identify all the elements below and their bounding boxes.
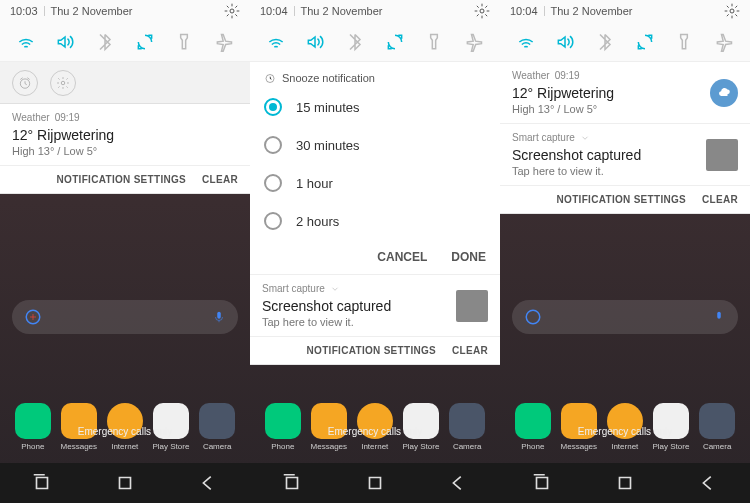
- recents-button[interactable]: [281, 472, 303, 494]
- home-button[interactable]: [114, 472, 136, 494]
- weather-notification[interactable]: Weather09:19 12° Rijpwetering High 13° /…: [500, 62, 750, 124]
- flashlight-toggle[interactable]: [421, 29, 447, 55]
- snooze-option[interactable]: 2 hours: [250, 202, 500, 240]
- chevron-down-icon[interactable]: [330, 284, 340, 294]
- mic-icon: [212, 310, 226, 324]
- recents-button[interactable]: [31, 472, 53, 494]
- clear-button[interactable]: CLEAR: [202, 174, 238, 185]
- navigation-bar: [500, 463, 750, 503]
- navigation-bar: [250, 463, 500, 503]
- status-time: 10:03: [10, 5, 38, 17]
- wifi-toggle[interactable]: [13, 29, 39, 55]
- navigation-bar: [0, 463, 250, 503]
- recents-button[interactable]: [531, 472, 553, 494]
- done-button[interactable]: DONE: [451, 250, 486, 264]
- clear-button[interactable]: CLEAR: [702, 194, 738, 205]
- weather-temp: 12° Rijpwetering: [12, 127, 238, 143]
- notification-settings-button[interactable]: NOTIFICATION SETTINGS: [57, 174, 186, 185]
- settings-icon[interactable]: [724, 3, 740, 19]
- notification-actions: [0, 62, 250, 104]
- settings-icon[interactable]: [474, 3, 490, 19]
- weather-icon: [710, 79, 738, 107]
- snooze-option[interactable]: 1 hour: [250, 164, 500, 202]
- quick-toggles: [0, 22, 250, 62]
- svg-rect-10: [717, 312, 721, 319]
- google-search-bar[interactable]: [12, 300, 238, 334]
- google-icon: [524, 308, 542, 326]
- home-button[interactable]: [614, 472, 636, 494]
- back-button[interactable]: [447, 472, 469, 494]
- sound-toggle[interactable]: [552, 29, 578, 55]
- status-bar: 10:03 Thu 2 November: [0, 0, 250, 22]
- shade-footer: NOTIFICATION SETTINGS CLEAR: [500, 186, 750, 214]
- weather-notification[interactable]: Weather09:19 12° Rijpwetering High 13° /…: [0, 104, 250, 166]
- flashlight-toggle[interactable]: [171, 29, 197, 55]
- weather-hilow: High 13° / Low 5°: [12, 145, 238, 157]
- shade-footer: NOTIFICATION SETTINGS CLEAR: [0, 166, 250, 194]
- status-bar: 10:04 Thu 2 November: [250, 0, 500, 22]
- notif-settings-button[interactable]: [50, 70, 76, 96]
- airplane-toggle[interactable]: [211, 29, 237, 55]
- settings-icon[interactable]: [224, 3, 240, 19]
- wifi-toggle[interactable]: [263, 29, 289, 55]
- flashlight-toggle[interactable]: [671, 29, 697, 55]
- quick-toggles: [500, 22, 750, 62]
- clear-button[interactable]: CLEAR: [452, 345, 488, 356]
- quick-toggles: [250, 22, 500, 62]
- svg-point-11: [730, 9, 734, 13]
- snooze-option[interactable]: 30 minutes: [250, 126, 500, 164]
- svg-point-9: [526, 310, 540, 324]
- emergency-banner: Emergency calls only: [500, 426, 750, 437]
- radio-button[interactable]: [264, 174, 282, 192]
- airplane-toggle[interactable]: [461, 29, 487, 55]
- bluetooth-toggle[interactable]: [92, 29, 118, 55]
- svg-point-7: [480, 9, 484, 13]
- back-button[interactable]: [697, 472, 719, 494]
- svg-point-4: [61, 81, 65, 85]
- snooze-header: Snooze notification: [250, 62, 500, 88]
- status-date: Thu 2 November: [51, 5, 224, 17]
- screenshot-notification[interactable]: Smart capture Screenshot captured Tap he…: [500, 124, 750, 186]
- chevron-down-icon[interactable]: [580, 133, 590, 143]
- sound-toggle[interactable]: [302, 29, 328, 55]
- autorotate-toggle[interactable]: [632, 29, 658, 55]
- snooze-option[interactable]: 15 minutes: [250, 88, 500, 126]
- radio-button[interactable]: [264, 98, 282, 116]
- autorotate-toggle[interactable]: [382, 29, 408, 55]
- alarm-icon: [264, 72, 276, 84]
- autorotate-toggle[interactable]: [132, 29, 158, 55]
- radio-button[interactable]: [264, 212, 282, 230]
- bluetooth-toggle[interactable]: [342, 29, 368, 55]
- shade-footer: NOTIFICATION SETTINGS CLEAR: [250, 337, 500, 365]
- notification-settings-button[interactable]: NOTIFICATION SETTINGS: [307, 345, 436, 356]
- notification-settings-button[interactable]: NOTIFICATION SETTINGS: [557, 194, 686, 205]
- google-icon: [24, 308, 42, 326]
- svg-point-2: [230, 9, 234, 13]
- snooze-panel: Snooze notification 15 minutes30 minutes…: [250, 62, 500, 275]
- radio-button[interactable]: [264, 136, 282, 154]
- screenshot-notification[interactable]: Smart capture Screenshot captured Tap he…: [250, 275, 500, 337]
- google-search-bar[interactable]: [512, 300, 738, 334]
- snooze-all-button[interactable]: [12, 70, 38, 96]
- emergency-banner: Emergency calls only: [250, 426, 500, 437]
- bluetooth-toggle[interactable]: [592, 29, 618, 55]
- mic-icon: [712, 310, 726, 324]
- screenshot-thumb[interactable]: [456, 290, 488, 322]
- wifi-toggle[interactable]: [513, 29, 539, 55]
- screenshot-thumb[interactable]: [706, 139, 738, 171]
- airplane-toggle[interactable]: [711, 29, 737, 55]
- cancel-button[interactable]: CANCEL: [377, 250, 427, 264]
- home-button[interactable]: [364, 472, 386, 494]
- status-bar: 10:04 Thu 2 November: [500, 0, 750, 22]
- notif-app-name: Weather: [12, 112, 50, 123]
- svg-rect-1: [217, 312, 221, 319]
- back-button[interactable]: [197, 472, 219, 494]
- sound-toggle[interactable]: [52, 29, 78, 55]
- emergency-banner: Emergency calls only: [0, 426, 250, 437]
